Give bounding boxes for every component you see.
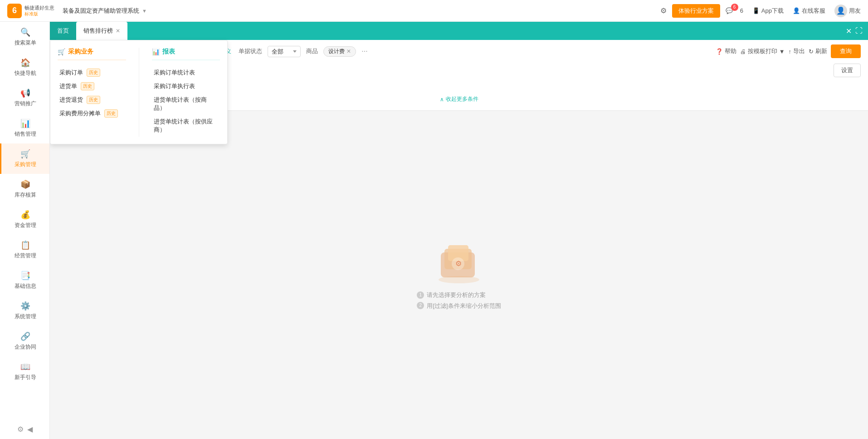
help-btn[interactable]: ❓ 帮助	[716, 47, 736, 55]
status-label: 单据状态	[239, 47, 262, 55]
logo-icon: 6	[7, 4, 22, 18]
dropdown-item-incoming[interactable]: 进货单 历史	[58, 79, 126, 93]
empty-illustration: ⚙	[432, 239, 486, 284]
sidebar-collapse-icon[interactable]: ◀	[27, 425, 33, 434]
dropdown-menu: 🛒 采购业务 采购订单 历史 进货单 历史 进货退货 历史	[50, 40, 228, 144]
sidebar-item-base-info[interactable]: 📑 基础信息	[0, 265, 49, 296]
goods-tag-close-icon[interactable]: ✕	[346, 48, 351, 54]
notification-btn[interactable]: 💬 6 6	[726, 7, 743, 15]
empty-step-1: 1 请先选择要分析的方案	[417, 290, 501, 300]
system-title: 装备及固定资产辅助管理系统 ▼	[63, 7, 653, 15]
purchase-icon: 🛒	[20, 149, 30, 159]
sidebar-item-guide[interactable]: 📖 新手引导	[0, 356, 49, 387]
sidebar-settings-icon[interactable]: ⚙	[17, 425, 24, 434]
online-service-btn[interactable]: 👤 在线客服	[793, 7, 825, 15]
svg-text:⚙: ⚙	[455, 260, 462, 267]
dropdown-overlay: 🛒 采购业务 采购订单 历史 进货单 历史 进货退货 历史	[50, 40, 228, 144]
sales-icon: 📊	[20, 118, 30, 128]
export-icon: ↑	[789, 48, 792, 55]
empty-step-2: 2 用[过滤]条件来缩小分析范围	[417, 301, 501, 311]
dropdown-item-order-stat[interactable]: 采购订单统计表	[152, 66, 220, 79]
tab-close-icon[interactable]: ✕	[116, 28, 120, 34]
collapse-icon: ∧	[440, 96, 444, 103]
user-menu[interactable]: 👤 用友	[834, 5, 861, 17]
tab-bar-actions: ✕ ⛶	[846, 27, 868, 35]
top-right: 💬 6 6 📱 App下载 👤 在线客服 👤 用友	[726, 5, 861, 17]
export-btn[interactable]: ↑ 导出	[789, 47, 805, 55]
dropdown-item-purchase-order[interactable]: 采购订单 历史	[58, 66, 126, 79]
home-icon: 🏠	[20, 58, 30, 68]
base-info-icon: 📑	[20, 271, 30, 281]
sidebar-item-operation[interactable]: 📋 经营管理	[0, 235, 49, 265]
main-layout: 🔍 搜索菜单 🏠 快捷导航 📢 营销推广 📊 销售管理 🛒 采购管理 📦 库存核…	[0, 22, 868, 439]
industry-btn[interactable]: 体验行业方案	[672, 4, 720, 18]
logo-text: 畅捷通好生意 标准版	[24, 5, 54, 17]
dropdown-item-cost[interactable]: 采购费用分摊单 历史	[58, 107, 126, 120]
help-icon: ❓	[716, 48, 723, 55]
search-icon: 🔍	[20, 27, 30, 37]
inventory-icon: 📦	[20, 179, 30, 189]
gear-icon[interactable]: ⚙	[660, 6, 667, 15]
report-col-title: 📊 报表	[152, 48, 220, 60]
dropdown-report-col: 📊 报表 采购订单统计表 采购订单执行表 进货单统计表（按商品） 进货单统计表（…	[152, 48, 220, 137]
tab-home[interactable]: 首页	[50, 22, 76, 40]
goods-ellipsis-icon[interactable]: ···	[361, 47, 367, 55]
sidebar-item-quick-nav[interactable]: 🏠 快捷导航	[0, 52, 49, 83]
sidebar-item-finance[interactable]: 💰 资金管理	[0, 204, 49, 235]
print-btn[interactable]: 🖨 按模板打印 ▼	[740, 47, 785, 55]
sidebar-item-enterprise[interactable]: 🔗 企业协同	[0, 326, 49, 356]
goods-label: 商品	[306, 47, 318, 55]
top-nav: 6 畅捷通好生意 标准版 装备及固定资产辅助管理系统 ▼ ⚙ 体验行业方案 💬 …	[0, 0, 868, 22]
tab-bar: 首页 销售排行榜 ✕ ✕ ⛶	[50, 22, 868, 40]
app-download-btn[interactable]: 📱 App下载	[752, 7, 784, 15]
content-area: 首页 销售排行榜 ✕ ✕ ⛶ 日期 ~ 近7天	[50, 22, 868, 439]
logo-area: 6 畅捷通好生意 标准版	[7, 4, 57, 18]
dropdown-item-return[interactable]: 进货退货 历史	[58, 93, 126, 107]
refresh-btn[interactable]: ↻ 刷新	[809, 47, 827, 55]
dropdown-purchase-col: 🛒 采购业务 采购订单 历史 进货单 历史 进货退货 历史	[58, 48, 126, 137]
toolbar-right: ❓ 帮助 🖨 按模板打印 ▼ ↑ 导出 ↻ 刷新	[716, 44, 861, 58]
sidebar-item-system[interactable]: ⚙️ 系统管理	[0, 296, 49, 326]
goods-tag: 设计费 ✕	[323, 46, 356, 57]
print-chevron-icon: ▼	[779, 48, 785, 55]
sidebar: 🔍 搜索菜单 🏠 快捷导航 📢 营销推广 📊 销售管理 🛒 采购管理 📦 库存核…	[0, 22, 50, 439]
sidebar-item-purchase[interactable]: 🛒 采购管理	[0, 143, 49, 174]
query-btn[interactable]: 查询	[831, 44, 861, 58]
dropdown-item-order-exec[interactable]: 采购订单执行表	[152, 79, 220, 93]
setting-btn[interactable]: 设置	[834, 64, 861, 77]
empty-text: 1 请先选择要分析的方案 2 用[过滤]条件来缩小分析范围	[417, 290, 501, 311]
finance-icon: 💰	[20, 210, 30, 220]
tab-close-all-icon[interactable]: ✕	[846, 27, 852, 35]
sidebar-item-sales[interactable]: 📊 销售管理	[0, 113, 49, 143]
user-avatar: 👤	[834, 5, 847, 17]
system-icon: ⚙️	[20, 301, 30, 311]
marketing-icon: 📢	[20, 88, 30, 98]
sidebar-item-inventory[interactable]: 📦 库存核算	[0, 174, 49, 204]
dropdown-item-incoming-goods[interactable]: 进货单统计表（按商品）	[152, 93, 220, 115]
report-col-icon: 📊	[152, 48, 160, 55]
tab-sales-rank[interactable]: 销售排行榜 ✕	[76, 22, 127, 40]
empty-icon: ⚙	[432, 239, 486, 284]
dropdown-item-incoming-supplier[interactable]: 进货单统计表（按供应商）	[152, 115, 220, 137]
refresh-icon: ↻	[809, 48, 814, 55]
tab-expand-icon[interactable]: ⛶	[855, 27, 863, 35]
headset-icon: 👤	[793, 7, 800, 14]
sidebar-item-marketing[interactable]: 📢 营销推广	[0, 83, 49, 113]
operation-icon: 📋	[20, 240, 30, 250]
guide-icon: 📖	[20, 362, 30, 372]
enterprise-icon: 🔗	[20, 331, 30, 341]
purchase-col-icon: 🛒	[58, 48, 65, 55]
sidebar-bottom: ⚙ ◀	[0, 419, 49, 439]
main-content: ⚙ 1 请先选择要分析的方案 2 用[过滤]条件来缩小分析范围	[50, 111, 868, 439]
purchase-col-title: 🛒 采购业务	[58, 48, 126, 60]
empty-state: ⚙ 1 请先选择要分析的方案 2 用[过滤]条件来缩小分析范围	[417, 239, 501, 311]
status-select[interactable]: 全部 已审核 未审核	[268, 46, 301, 57]
system-title-chevron[interactable]: ▼	[142, 8, 147, 14]
dropdown-divider	[139, 48, 139, 137]
print-icon: 🖨	[740, 48, 746, 55]
phone-icon: 📱	[752, 7, 760, 14]
sidebar-item-search[interactable]: 🔍 搜索菜单	[0, 22, 49, 52]
